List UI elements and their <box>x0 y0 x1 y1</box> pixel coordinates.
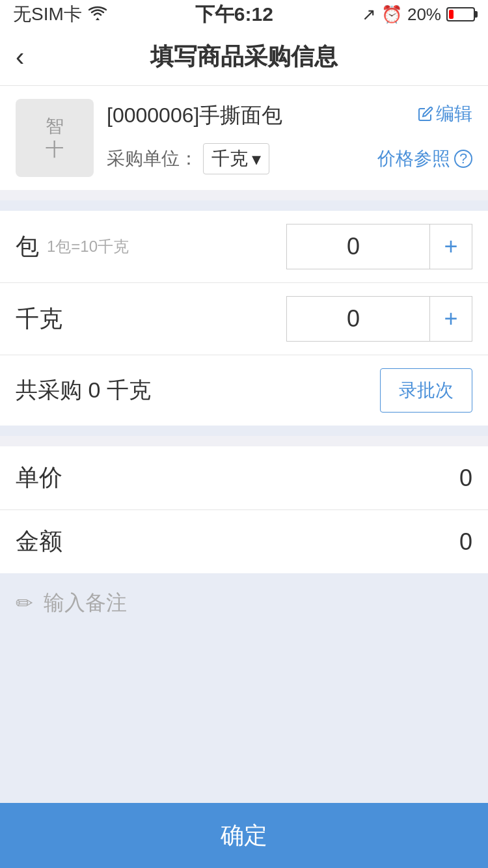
notes-placeholder: 输入备注 <box>44 589 127 617</box>
kg-input[interactable] <box>286 296 429 342</box>
status-left: 无SIM卡 <box>13 2 107 27</box>
unit-price-value: 0 <box>459 465 472 492</box>
input-section: 包 1包=10千克 + 千克 + 共采购 0 <box>0 211 488 426</box>
chevron-down-icon: ▾ <box>252 148 261 170</box>
pack-input[interactable] <box>286 224 429 269</box>
pack-input-row: 包 1包=10千克 + <box>0 211 488 283</box>
status-bar: 无SIM卡 下午6:12 ↗ ⏰ 20% <box>0 0 488 29</box>
main-content: 智 十 [0000006]手撕面包 编辑 采购单位： <box>0 86 488 868</box>
pack-plus-button[interactable]: + <box>429 224 472 269</box>
section-divider-2 <box>0 426 488 436</box>
page-title: 填写商品采购信息 <box>150 41 338 73</box>
kg-label: 千克 <box>16 303 62 335</box>
product-info: [0000006]手撕面包 编辑 采购单位： 千克 ▾ <box>107 102 472 174</box>
unit-label: 采购单位： 千克 ▾ <box>107 143 269 174</box>
pack-input-group: + <box>286 224 472 269</box>
product-card: 智 十 [0000006]手撕面包 编辑 采购单位： <box>0 86 488 190</box>
unit-price-label: 单价 <box>16 462 62 494</box>
info-icon: ? <box>454 150 472 168</box>
alarm-icon: ⏰ <box>381 5 402 25</box>
notes-section[interactable]: ✏ 输入备注 <box>0 573 488 633</box>
status-time: 下午6:12 <box>195 1 273 28</box>
nav-bar: ‹ 填写商品采购信息 <box>0 29 488 86</box>
section-divider-1 <box>0 200 488 211</box>
back-button[interactable]: ‹ <box>16 42 24 72</box>
amount-row: 金额 0 <box>0 510 488 573</box>
confirm-bar[interactable]: 确定 <box>0 803 488 868</box>
pack-sub-label: 1包=10千克 <box>47 236 129 257</box>
edit-button[interactable]: 编辑 <box>418 102 472 126</box>
confirm-button[interactable]: 确定 <box>221 820 267 852</box>
bottom-space <box>0 633 488 828</box>
price-info-section: 单价 0 金额 0 <box>0 446 488 573</box>
carrier-label: 无SIM卡 <box>13 2 82 27</box>
kg-plus-button[interactable]: + <box>429 296 472 342</box>
total-row: 共采购 0 千克 录批次 <box>0 355 488 426</box>
pack-label: 包 1包=10千克 <box>16 231 129 263</box>
status-right: ↗ ⏰ 20% <box>362 5 475 25</box>
location-icon: ↗ <box>362 5 376 25</box>
price-ref-button[interactable]: 价格参照 ? <box>377 146 472 171</box>
total-text: 共采购 0 千克 <box>16 375 151 405</box>
product-image: 智 十 <box>16 99 94 177</box>
kg-input-row: 千克 + <box>0 283 488 355</box>
amount-value: 0 <box>459 528 472 556</box>
unit-select[interactable]: 千克 ▾ <box>203 143 269 174</box>
product-name-row: [0000006]手撕面包 编辑 <box>107 102 472 130</box>
wifi-icon <box>88 4 107 25</box>
unit-price-row: 单价 0 <box>0 446 488 510</box>
batch-button[interactable]: 录批次 <box>380 368 472 413</box>
product-unit-row: 采购单位： 千克 ▾ 价格参照 ? <box>107 143 472 174</box>
product-name: [0000006]手撕面包 <box>107 102 282 130</box>
product-logo: 智 十 <box>46 115 64 162</box>
kg-input-group: + <box>286 296 472 342</box>
pencil-icon: ✏ <box>16 591 33 616</box>
amount-label: 金额 <box>16 526 62 558</box>
battery-icon <box>446 7 475 21</box>
battery-percent: 20% <box>407 5 441 25</box>
